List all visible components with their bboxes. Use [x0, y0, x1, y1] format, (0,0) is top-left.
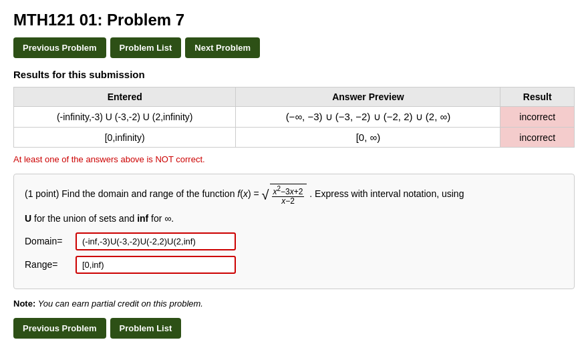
fraction-numerator: x2−3x+2 — [272, 185, 305, 197]
answer-preview-1: (−∞, −3) ∪ (−3, −2) ∪ (−2, 2) ∪ (2, ∞) — [236, 107, 500, 128]
entered-value-2: [0,infinity) — [14, 128, 236, 148]
col-entered: Entered — [14, 87, 236, 107]
results-heading: Results for this submission — [13, 69, 575, 80]
result-badge-1: incorrect — [500, 107, 575, 128]
union-bold: U — [25, 213, 31, 224]
bottom-list-button[interactable]: Problem List — [110, 318, 182, 339]
bottom-prev-button[interactable]: Previous Problem — [13, 318, 106, 339]
sqrt-wrapper: √ x2−3x+2 x−2 — [262, 184, 307, 206]
problem-text: (1 point) Find the domain and range of t… — [25, 184, 563, 206]
nav-buttons: Previous Problem Problem List Next Probl… — [13, 37, 575, 58]
sqrt-content: x2−3x+2 x−2 — [270, 184, 307, 206]
prev-problem-button[interactable]: Previous Problem — [13, 37, 106, 58]
domain-input[interactable] — [76, 232, 236, 250]
results-table: Entered Answer Preview Result (-infinity… — [13, 87, 575, 148]
problem-text-before: Find the domain and range of the functio… — [61, 188, 237, 199]
problem-list-button[interactable]: Problem List — [110, 37, 182, 58]
answer-preview-2: [0, ∞) — [236, 128, 500, 148]
error-message: At least one of the answers above is NOT… — [13, 154, 575, 164]
col-result: Result — [500, 87, 575, 107]
fraction: x2−3x+2 x−2 — [272, 185, 305, 206]
range-label: Range= — [25, 257, 71, 273]
problem-box: (1 point) Find the domain and range of t… — [13, 174, 575, 289]
table-row: (-infinity,-3) U (-3,-2) U (2,infinity) … — [14, 107, 575, 128]
page-title: MTH121 01: Problem 7 — [13, 11, 575, 29]
problem-union-text: U for the union of sets and inf for ∞. — [25, 211, 563, 227]
problem-text-after: . Express with interval notation, using — [309, 188, 464, 199]
result-badge-2: incorrect — [500, 128, 575, 148]
bottom-buttons: Previous Problem Problem List — [13, 318, 575, 339]
note-text: You can earn partial credit on this prob… — [38, 299, 203, 309]
range-input[interactable] — [76, 256, 236, 274]
note-label: Note: — [13, 299, 35, 309]
fraction-denominator: x−2 — [280, 197, 296, 206]
domain-label: Domain= — [25, 234, 71, 250]
next-problem-button[interactable]: Next Problem — [185, 37, 260, 58]
note-section: Note: You can earn partial credit on thi… — [13, 299, 575, 309]
entered-value-1: (-infinity,-3) U (-3,-2) U (2,infinity) — [14, 107, 236, 128]
col-answer-preview: Answer Preview — [236, 87, 500, 107]
function-formula: f(x) = √ x2−3x+2 x−2 — [237, 188, 309, 199]
problem-points: (1 point) — [25, 188, 59, 199]
domain-row: Domain= — [25, 232, 563, 250]
table-row: [0,infinity) [0, ∞) incorrect — [14, 128, 575, 148]
inf-bold: inf — [137, 213, 148, 224]
sqrt-symbol: √ — [262, 188, 269, 202]
range-row: Range= — [25, 256, 563, 274]
